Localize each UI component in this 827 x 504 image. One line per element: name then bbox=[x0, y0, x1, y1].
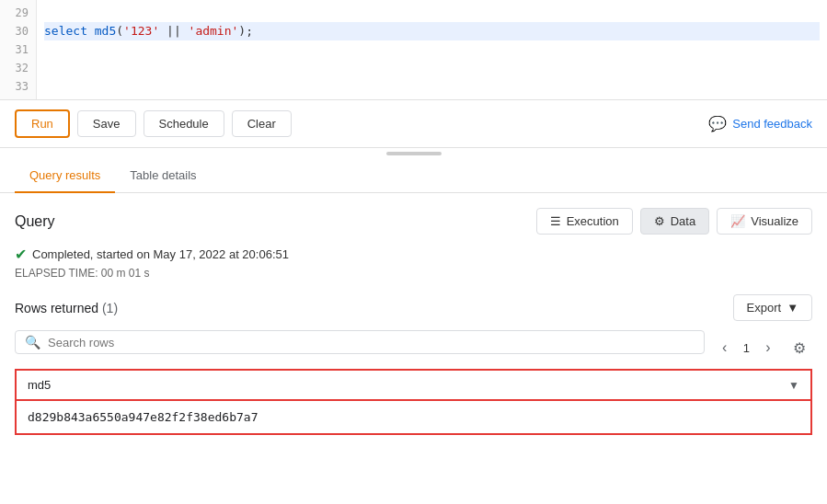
export-button[interactable]: Export ▼ bbox=[733, 294, 812, 321]
data-button[interactable]: ⚙ Data bbox=[640, 208, 709, 235]
query-actions: ☰ Execution ⚙ Data 📈 Visualize bbox=[536, 208, 812, 235]
execution-label: Execution bbox=[567, 214, 619, 228]
code-line-29 bbox=[44, 4, 820, 22]
code-editor[interactable]: select md5('123' || 'admin'); bbox=[37, 0, 827, 99]
tab-table-details[interactable]: Table details bbox=[115, 159, 211, 193]
scroll-thumb bbox=[386, 152, 442, 155]
toolbar: Run Save Schedule Clear 💬 Send feedback bbox=[0, 100, 827, 148]
clear-button[interactable]: Clear bbox=[232, 110, 292, 137]
execution-icon: ☰ bbox=[550, 214, 561, 228]
line-32: 32 bbox=[0, 59, 36, 77]
table-header-row: md5 ▼ bbox=[16, 370, 811, 400]
rows-header: Rows returned (1) Export ▼ bbox=[15, 294, 812, 321]
search-input[interactable] bbox=[48, 336, 695, 349]
page-number: 1 bbox=[743, 341, 750, 355]
query-title: Query bbox=[15, 213, 55, 230]
code-line-30: select md5('123' || 'admin'); bbox=[44, 22, 820, 40]
search-bar: 🔍 bbox=[15, 330, 705, 354]
editor-area: 29 30 31 32 33 select md5('123' || 'admi… bbox=[0, 0, 827, 100]
schedule-button[interactable]: Schedule bbox=[144, 110, 224, 137]
sort-icon: ▼ bbox=[788, 379, 799, 392]
data-icon: ⚙ bbox=[654, 214, 665, 228]
tab-query-results[interactable]: Query results bbox=[15, 159, 115, 193]
feedback-icon: 💬 bbox=[708, 115, 727, 132]
code-line-31 bbox=[44, 40, 820, 59]
query-header: Query ☰ Execution ⚙ Data 📈 Visualize bbox=[15, 208, 812, 235]
visualize-label: Visualize bbox=[751, 214, 798, 228]
rows-count: (1) bbox=[102, 301, 118, 315]
line-numbers: 29 30 31 32 33 bbox=[0, 0, 37, 99]
table-cell-md5: d829b843a6550a947e82f2f38ed6b7a7 bbox=[16, 400, 811, 434]
code-line-33 bbox=[44, 77, 820, 96]
status-check-icon: ✔ bbox=[15, 246, 27, 263]
column-header-md5: md5 ▼ bbox=[16, 370, 811, 400]
status-row: ✔ Completed, started on May 17, 2022 at … bbox=[15, 246, 812, 263]
line-30: 30 bbox=[0, 22, 36, 40]
results-panel: Query ☰ Execution ⚙ Data 📈 Visualize ✔ C… bbox=[0, 193, 827, 450]
tabs-bar: Query results Table details bbox=[0, 159, 827, 193]
export-label: Export bbox=[747, 301, 782, 315]
send-feedback-link[interactable]: 💬 Send feedback bbox=[708, 115, 812, 132]
execution-button[interactable]: ☰ Execution bbox=[536, 208, 633, 235]
table-settings-button[interactable]: ⚙ bbox=[787, 335, 812, 361]
rows-returned-title: Rows returned (1) bbox=[15, 301, 118, 315]
visualize-icon: 📈 bbox=[730, 214, 745, 228]
line-31: 31 bbox=[0, 40, 36, 59]
line-29: 29 bbox=[0, 4, 36, 22]
column-header-label: md5 bbox=[28, 378, 51, 392]
prev-page-button[interactable]: ‹ bbox=[712, 335, 738, 361]
run-button[interactable]: Run bbox=[15, 109, 70, 138]
table-row: d829b843a6550a947e82f2f38ed6b7a7 bbox=[16, 400, 811, 434]
feedback-label: Send feedback bbox=[732, 117, 812, 131]
pagination: ‹ 1 › ⚙ bbox=[712, 335, 812, 361]
visualize-button[interactable]: 📈 Visualize bbox=[717, 208, 812, 235]
export-dropdown-icon: ▼ bbox=[787, 301, 798, 315]
scroll-hint bbox=[0, 148, 827, 159]
search-row: 🔍 ‹ 1 › ⚙ bbox=[15, 330, 812, 365]
data-table: md5 ▼ d829b843a6550a947e82f2f38ed6b7a7 bbox=[15, 369, 812, 435]
code-line-32 bbox=[44, 59, 820, 77]
line-33: 33 bbox=[0, 77, 36, 96]
next-page-button[interactable]: › bbox=[755, 335, 781, 361]
search-wrapper: 🔍 bbox=[15, 330, 705, 365]
status-text: Completed, started on May 17, 2022 at 20… bbox=[32, 247, 289, 261]
data-label: Data bbox=[671, 214, 695, 228]
save-button[interactable]: Save bbox=[77, 110, 136, 137]
search-icon: 🔍 bbox=[25, 335, 40, 349]
elapsed-text: ELAPSED TIME: 00 m 01 s bbox=[15, 267, 812, 280]
